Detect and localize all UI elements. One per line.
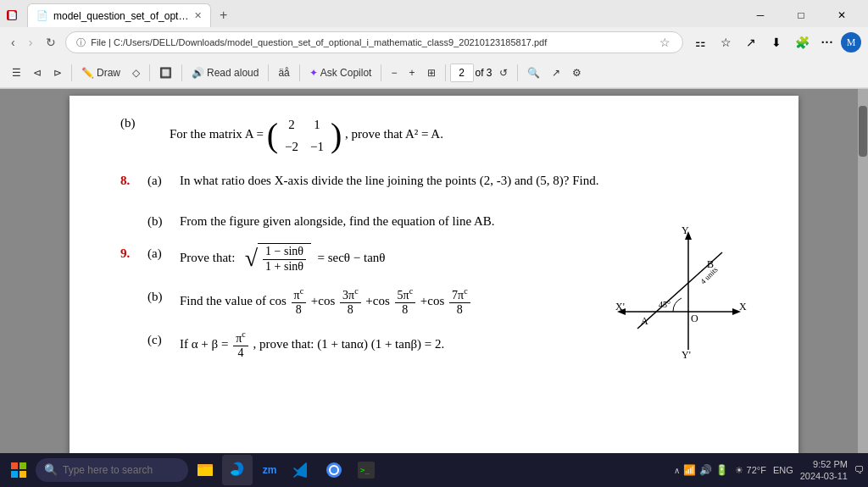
read-aloud-btn[interactable]: 🔊 Read aloud — [186, 64, 264, 81]
url-right-icons: ☆ — [658, 34, 672, 51]
notification-icon[interactable]: 🗨 — [854, 464, 865, 476]
x-right-label: X — [739, 301, 747, 313]
start-button[interactable] — [3, 455, 34, 485]
tab-title: model_question_set_of_optional — [53, 10, 189, 22]
download-icon[interactable]: ⬇ — [765, 30, 788, 54]
address-bar: ‹ › ↻ ⓘ File | C:/Users/DELL/Downloads/m… — [0, 27, 868, 58]
favorites-icon[interactable]: ☆ — [714, 30, 737, 54]
window-controls: ─ □ ✕ — [741, 3, 861, 27]
refresh-button[interactable]: ↻ — [42, 34, 60, 51]
weather-icon: ☀ — [735, 465, 743, 475]
read-aloud-label: Read aloud — [207, 67, 259, 79]
taskbar-apps: zm >_ — [190, 455, 381, 485]
problem-9a-text: Prove that: — [180, 251, 235, 264]
draw-btn[interactable]: ✏️ Draw — [76, 64, 125, 81]
taskbar-app-explorer[interactable] — [190, 455, 220, 485]
url-bar[interactable]: ⓘ File | C:/Users/DELL/Downloads/model_q… — [65, 31, 683, 53]
navigate-prev-btn[interactable]: ⊲ — [28, 64, 47, 81]
tab-close-btn[interactable]: ✕ — [194, 10, 202, 21]
taskbar: 🔍 zm — [0, 453, 868, 487]
zoom-minus-btn[interactable]: − — [386, 64, 402, 81]
problem-8-section: 8. (a) In what ratio does X-axis divide … — [120, 170, 748, 231]
taskbar-right: ∧ 📶 🔊 🔋 ☀ 72°F ENG 9:52 PM 2024-03-11 🗨 — [674, 458, 865, 483]
speaker-icon[interactable]: 🔊 — [699, 464, 712, 476]
page-number-input[interactable] — [450, 64, 474, 82]
taskbar-app-zm[interactable]: zm — [254, 455, 285, 485]
sqrt-fraction: 1 − sinθ 1 + sinθ — [263, 245, 306, 274]
navigate-next-btn[interactable]: ⊳ — [48, 64, 67, 81]
coord-svg: Y X' X Y' A O B 45° 4 units — [612, 227, 748, 362]
taskbar-search-box[interactable]: 🔍 — [36, 458, 188, 482]
rotate-btn[interactable]: ↺ — [494, 64, 513, 81]
problem-b-label: (b) — [120, 113, 163, 133]
taskbar-search-input[interactable] — [63, 464, 173, 476]
svg-rect-9 — [198, 464, 203, 468]
fit-page-btn[interactable]: ⊞ — [422, 64, 441, 81]
pdf-page: (b) For the matrix A = ( 2 1 −2 −1 ) , p… — [70, 96, 798, 487]
star-icon[interactable]: ☆ — [658, 34, 672, 51]
battery-icon[interactable]: 🔋 — [715, 464, 728, 476]
8-den-2: 8 — [345, 303, 356, 318]
pi-over-8: πc 8 — [292, 286, 307, 318]
problem-9b-spacer: 9. — [120, 286, 141, 307]
collections-icon[interactable]: ⚏ — [688, 30, 712, 54]
eraser-btn[interactable]: ◇ — [127, 64, 145, 81]
taskbar-app-vscode[interactable] — [287, 455, 317, 485]
immersive-btn[interactable]: ↗ — [547, 64, 565, 81]
m10: −2 — [285, 136, 298, 157]
problem-b-suffix: , prove that A² = A. — [345, 127, 443, 141]
pdf-area: (b) For the matrix A = ( 2 1 −2 −1 ) , p… — [0, 89, 868, 487]
sep1 — [71, 64, 72, 81]
extensions-icon[interactable]: 🧩 — [790, 30, 814, 54]
new-tab-button[interactable]: + — [214, 6, 232, 25]
taskbar-time[interactable]: 9:52 PM 2024-03-11 — [800, 458, 848, 483]
more-btn[interactable]: ··· — [815, 30, 839, 54]
ask-copilot-btn[interactable]: ✦ Ask Copilot — [304, 64, 377, 81]
search-btn[interactable]: 🔍 — [522, 64, 545, 81]
page-controls: of 3 — [450, 64, 492, 82]
annotate-btn[interactable]: 🔲 — [154, 64, 177, 81]
tab-bar: 📄 📄 model_question_set_of_optional ✕ + ─… — [0, 0, 868, 27]
terminal-icon: >_ — [358, 462, 375, 479]
5pi-num: 5πc — [395, 286, 416, 303]
sep7 — [445, 64, 446, 81]
taskbar-sys-tray: ∧ 📶 🔊 🔋 — [674, 464, 728, 476]
taskbar-app-edge[interactable] — [222, 455, 253, 485]
taskbar-app-terminal[interactable]: >_ — [351, 455, 381, 485]
close-button[interactable]: ✕ — [822, 3, 861, 27]
dictate-btn[interactable]: äå — [273, 64, 294, 81]
problem-9c-suffix: , prove that: (1 + tanα) (1 + tanβ) = 2. — [253, 337, 444, 351]
explorer-icon — [196, 461, 214, 479]
scroll-thumb[interactable] — [859, 106, 867, 157]
sep5 — [299, 64, 300, 81]
taskbar-app-chrome[interactable] — [319, 455, 349, 485]
matrix-expr: ( 2 1 −2 −1 ) — [267, 113, 342, 158]
network-icon[interactable]: 📶 — [683, 464, 696, 476]
3pi-over-8: 3πc 8 — [340, 286, 361, 318]
active-tab[interactable]: 📄 model_question_set_of_optional ✕ — [27, 3, 211, 27]
forward-button[interactable]: › — [25, 34, 37, 51]
pi-c-num: πc — [233, 329, 248, 346]
problem-8-num: 8. — [120, 170, 141, 191]
back-button[interactable]: ‹ — [7, 34, 19, 51]
svg-rect-8 — [198, 467, 213, 476]
settings-btn[interactable]: ⚙ — [567, 64, 587, 81]
problem-9c-spacer: 9. — [120, 329, 141, 350]
8-den-3: 8 — [399, 303, 410, 318]
svg-rect-4 — [19, 462, 26, 469]
maximize-button[interactable]: □ — [782, 3, 821, 27]
problem-8a-label: (a) — [147, 170, 173, 191]
o-label: O — [691, 313, 698, 324]
up-arrow-icon[interactable]: ∧ — [674, 466, 680, 475]
profile-icon[interactable]: M — [841, 32, 861, 53]
sep2 — [149, 64, 150, 81]
scrollbar[interactable] — [858, 89, 868, 487]
zoom-plus-btn[interactable]: + — [403, 64, 420, 81]
m01: 1 — [310, 114, 324, 135]
browser-right-icons: ⚏ ☆ ↗ ⬇ 🧩 ··· M — [688, 30, 861, 54]
share-icon[interactable]: ↗ — [739, 30, 763, 54]
y-label: Y — [682, 227, 689, 236]
info-icon: ⓘ — [76, 36, 86, 49]
minimize-button[interactable]: ─ — [741, 3, 780, 27]
sidebar-toggle-btn[interactable]: ☰ — [7, 64, 26, 81]
